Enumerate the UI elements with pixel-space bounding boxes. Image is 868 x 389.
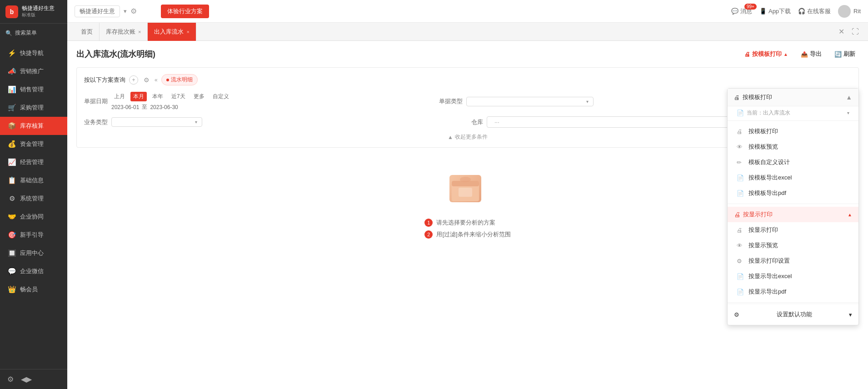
dropdown-template-print[interactable]: 🖨 按模板打印 xyxy=(728,124,858,139)
trial-button[interactable]: 体验行业方案 xyxy=(161,5,209,18)
sidebar-item-enterprise[interactable]: 🤝 企业协同 xyxy=(0,208,67,226)
step-2-text: 用[过滤]条件来缩小分析范围 xyxy=(436,230,510,239)
phone-icon: 📱 xyxy=(759,8,767,15)
template-preview-label: 按模板预览 xyxy=(748,143,778,151)
date-opt-custom[interactable]: 自定义 xyxy=(210,92,232,101)
marketing-icon: 📣 xyxy=(7,67,16,76)
warehouse-more-icon[interactable]: ··· xyxy=(494,119,499,125)
sidebar-item-wechat[interactable]: 💬 企业微信 xyxy=(0,262,67,280)
sidebar-item-sales[interactable]: 📊 销售管理 xyxy=(0,80,67,99)
date-opt-last7[interactable]: 近7天 xyxy=(169,92,188,101)
refresh-button[interactable]: 🔄 刷新 xyxy=(831,48,859,60)
footer-arrow-icon: ▾ xyxy=(849,311,852,318)
refresh-label: 刷新 xyxy=(843,50,855,58)
dropdown-display-preview[interactable]: 👁 按显示预览 xyxy=(728,238,858,253)
sidebar-item-finance[interactable]: 💰 资金管理 xyxy=(0,135,67,153)
sidebar-item-basics[interactable]: 📋 基础信息 xyxy=(0,171,67,190)
date-filter-field: 单据日期 上月 本月 本年 近7天 更多 自定义 xyxy=(84,92,432,111)
sidebar-settings-icon[interactable]: ⚙ xyxy=(7,375,14,384)
dropdown-toggle-icon[interactable]: ▲ xyxy=(846,94,852,101)
sidebar-item-quick-nav[interactable]: ⚡ 快捷导航 xyxy=(0,44,67,62)
business-type-label: 业务类型 xyxy=(84,118,108,126)
dropdown-display-export-pdf[interactable]: 📄 按显示导出pdf xyxy=(728,284,858,299)
filter-header: 按以下方案查询 + ⚙ « 流水明细 xyxy=(84,74,851,85)
user-menu[interactable]: Rit xyxy=(838,5,861,18)
date-range-display: 2023-06-01 至 2023-06-30 xyxy=(111,103,232,111)
filter-header-label: 按以下方案查询 xyxy=(84,76,125,84)
display-print-section-header[interactable]: 🖨 按显示打印 ▲ xyxy=(728,207,858,222)
notifications-button[interactable]: 💬 消息 99+ xyxy=(731,7,752,15)
brand-name: 畅捷通好生意 xyxy=(22,5,55,12)
display-settings-icon: ⚙ xyxy=(737,258,744,264)
sidebar-item-label: 基础信息 xyxy=(20,176,44,185)
dropdown-template-export-pdf[interactable]: 📄 按模板导出pdf xyxy=(728,185,858,201)
tab-bar-actions: ✕ ⛶ xyxy=(837,25,861,38)
set-default-function-button[interactable]: ⚙ 设置默认功能 ▾ xyxy=(734,308,852,321)
step-2-number: 2 xyxy=(424,230,433,239)
tab-expand-button[interactable]: ⛶ xyxy=(850,26,861,38)
dropdown-display-print-settings[interactable]: ⚙ 按显示打印设置 xyxy=(728,253,858,269)
finance-icon: 💰 xyxy=(7,140,16,149)
template-print-section: 🖨 按模板打印 👁 按模板预览 ✏ 模板自定义设计 📄 按模板导出excel xyxy=(728,122,858,203)
dropdown-template-custom[interactable]: ✏ 模板自定义设计 xyxy=(728,155,858,170)
online-service-button[interactable]: 🎧 在线客服 xyxy=(798,7,831,15)
brand-sub: 标准版 xyxy=(22,12,55,18)
app-download-button[interactable]: 📱 App下载 xyxy=(759,7,791,15)
search-menu-button[interactable]: 🔍 搜索菜单 xyxy=(5,27,62,39)
header-brand-name: 畅捷通好生意 xyxy=(75,5,120,17)
business-type-select[interactable]: ▾ xyxy=(111,117,202,127)
tab-batch-account[interactable]: 库存批次账 × xyxy=(100,23,148,41)
sidebar-item-marketing[interactable]: 📣 营销推广 xyxy=(0,62,67,80)
date-opt-more[interactable]: 更多 xyxy=(191,92,207,101)
tab-inout-flow[interactable]: 出入库流水 × xyxy=(148,23,196,41)
date-range-end: 2023-06-30 xyxy=(150,104,178,110)
sidebar-item-newbie[interactable]: 🎯 新手引导 xyxy=(0,226,67,244)
sidebar-item-label: 企业微信 xyxy=(20,267,44,275)
display-export-pdf-label: 按显示导出pdf xyxy=(748,288,786,296)
dropdown-display-print[interactable]: 🖨 按显示打印 xyxy=(728,222,858,238)
username: Rit xyxy=(853,8,861,15)
collapse-more-button[interactable]: ▲ 收起更多条件 xyxy=(448,133,488,141)
filter-collapse-button[interactable]: « xyxy=(155,77,158,83)
current-arrow-icon[interactable]: ▾ xyxy=(847,110,849,115)
sidebar-item-apps[interactable]: 🔲 应用中心 xyxy=(0,244,67,262)
template-print-button[interactable]: 🖨 按模板打印 ▲ xyxy=(741,48,792,60)
sidebar-item-system[interactable]: ⚙ 系统管理 xyxy=(0,190,67,208)
basics-icon: 📋 xyxy=(7,176,16,185)
doc-type-label: 单据类型 xyxy=(439,97,463,105)
filter-add-button[interactable]: + xyxy=(129,75,138,85)
brand-dropdown-icon[interactable]: ▾ xyxy=(124,8,127,15)
tab-inout-flow-close[interactable]: × xyxy=(186,29,189,35)
dropdown-title-text: 按模板打印 xyxy=(743,93,772,101)
dropdown-template-preview[interactable]: 👁 按模板预览 xyxy=(728,139,858,155)
empty-step-1: 1 请先选择要分析的方案 xyxy=(424,219,510,227)
header-settings-icon[interactable]: ⚙ xyxy=(130,7,137,15)
filter-active-tag[interactable]: 流水明细 xyxy=(161,74,198,85)
step-1-text: 请先选择要分析的方案 xyxy=(436,219,495,227)
quick-nav-icon: ⚡ xyxy=(7,49,16,58)
empty-step-2: 2 用[过滤]条件来缩小分析范围 xyxy=(424,230,510,239)
sidebar-collapse-icon[interactable]: ◀▶ xyxy=(21,375,32,384)
sidebar-search-area[interactable]: 🔍 搜索菜单 xyxy=(0,24,67,42)
current-label: 当前：出入库流水 xyxy=(747,109,790,117)
dropdown-display-export-excel[interactable]: 📄 按显示导出excel xyxy=(728,269,858,284)
display-print-label: 按显示打印 xyxy=(748,226,778,234)
business-type-field: 业务类型 ▾ xyxy=(84,117,464,127)
tab-close-all-button[interactable]: ✕ xyxy=(837,25,846,38)
tab-batch-account-close[interactable]: × xyxy=(138,29,141,35)
sidebar-item-purchase[interactable]: 🛒 采购管理 xyxy=(0,99,67,117)
date-opt-prev-month[interactable]: 上月 xyxy=(111,92,128,101)
date-opt-current-month[interactable]: 本月 xyxy=(130,92,147,101)
sidebar-item-inventory[interactable]: 📦 库存核算 xyxy=(0,117,67,135)
sidebar-item-operations[interactable]: 📈 经营管理 xyxy=(0,153,67,171)
export-button[interactable]: 📤 导出 xyxy=(797,48,825,60)
filter-settings-button[interactable]: ⚙ xyxy=(142,75,151,85)
page-content: 出入库流水(流水明细) 🖨 按模板打印 ▲ 📤 导出 🔄 xyxy=(67,41,868,389)
empty-box-illustration xyxy=(449,175,481,202)
sidebar-item-membership[interactable]: 👑 畅会员 xyxy=(0,280,67,299)
doc-type-select[interactable]: ▾ xyxy=(466,97,594,106)
dropdown-template-export-excel[interactable]: 📄 按模板导出excel xyxy=(728,170,858,185)
date-opt-current-year[interactable]: 本年 xyxy=(150,92,166,101)
tab-home[interactable]: 首页 xyxy=(75,23,100,41)
filter-tag-label: 流水明细 xyxy=(171,76,193,84)
